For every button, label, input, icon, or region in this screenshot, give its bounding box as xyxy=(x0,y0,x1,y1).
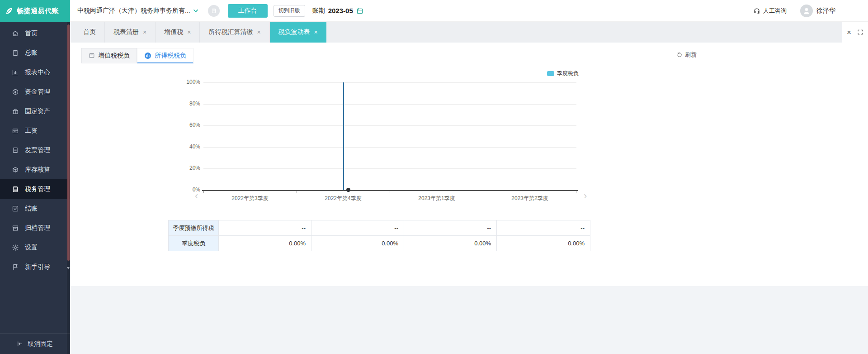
legend-swatch xyxy=(547,71,554,76)
gridline xyxy=(203,168,576,169)
chart-plot: 2022年第3季度 2022年第4季度 2023年第1季度 2023年第2季度 xyxy=(203,82,576,190)
subtab-label: 增值税税负 xyxy=(98,52,130,60)
sidebar-item-label: 新手引导 xyxy=(25,263,50,271)
tab-close-icon[interactable]: × xyxy=(143,29,146,35)
sidebar-item-salary[interactable]: 工资 xyxy=(0,121,70,140)
quarter-data-table: 季度预缴所得税 -- -- -- -- 季度税负 0.00% 0.00% 0.0… xyxy=(168,220,590,251)
tabbar-corner: × xyxy=(842,22,868,43)
sidebar-item-closing[interactable]: 结账 xyxy=(0,199,70,218)
tab-income-tax-settlement[interactable]: 所得税汇算清缴 × xyxy=(200,22,269,43)
sidebar-item-reports[interactable]: 报表中心 xyxy=(0,62,70,82)
sidebar-item-label: 总账 xyxy=(25,49,38,57)
x-axis-tick xyxy=(576,191,576,193)
fixed-assets-icon xyxy=(12,108,19,115)
period-label: 账期 xyxy=(312,7,325,15)
y-tick-label: 40% xyxy=(181,144,200,150)
table-cell: -- xyxy=(497,220,590,236)
sidebar-item-label: 税务管理 xyxy=(25,185,50,193)
table-cell: 0.00% xyxy=(404,236,497,251)
sidebar-item-invoice[interactable]: 发票管理 xyxy=(0,140,70,160)
x-category-label: 2022年第4季度 xyxy=(297,195,390,202)
sidebar-item-label: 固定资产 xyxy=(25,107,50,115)
company-selector[interactable]: 中税网通广泽（天津）税务师事务所有... xyxy=(77,7,190,15)
unpin-button[interactable]: 取消固定 xyxy=(0,333,70,354)
y-tick-label: 60% xyxy=(181,122,200,128)
sidebar-item-label: 工资 xyxy=(25,127,38,135)
workbench-button[interactable]: 工作台 xyxy=(228,4,268,18)
gridline xyxy=(203,82,576,83)
chart-legend[interactable]: 季度税负 xyxy=(547,70,579,77)
subtab-vat-burden[interactable]: 增值税税负 xyxy=(81,48,137,63)
sidebar-item-ledger[interactable]: 总账 xyxy=(0,43,70,62)
refresh-button[interactable]: 刷新 xyxy=(676,51,697,59)
tab-close-icon[interactable]: × xyxy=(187,29,191,35)
legend-label: 季度税负 xyxy=(557,70,579,77)
tab-close-icon[interactable]: × xyxy=(314,29,318,35)
ledger-icon xyxy=(12,49,19,57)
sidebar-item-inventory[interactable]: 库存核算 xyxy=(0,160,70,179)
sidebar-item-fixed-assets[interactable]: 固定资产 xyxy=(0,101,70,121)
x-axis-tick xyxy=(390,191,390,193)
settings-gear-icon xyxy=(12,244,19,251)
scrollbar-thumb[interactable] xyxy=(67,24,70,261)
subtab-row: 增值税税负 所得税税负 xyxy=(81,48,193,63)
tab-label: 税负波动表 xyxy=(278,28,310,36)
table-cell: 0.00% xyxy=(311,236,404,251)
sidebar-item-guide[interactable]: 新手引导 xyxy=(0,257,70,277)
salary-icon xyxy=(12,127,19,134)
tab-tax-register[interactable]: 税表清册 × xyxy=(105,22,156,43)
sidebar-item-home[interactable]: 首页 xyxy=(0,24,70,43)
income-tax-chart-icon xyxy=(144,52,151,59)
refresh-icon xyxy=(676,52,683,58)
tab-home[interactable]: 首页 xyxy=(75,22,105,43)
y-tick-label: 80% xyxy=(181,100,200,107)
tab-bar: 首页 税表清册 × 增值税 × 所得税汇算清缴 × 税负波动表 × × xyxy=(70,22,868,43)
sidebar-item-archive[interactable]: 归档管理 xyxy=(0,218,70,238)
calendar-icon[interactable] xyxy=(356,7,363,14)
gridline xyxy=(203,125,576,126)
sidebar-item-label: 归档管理 xyxy=(25,224,50,232)
y-tick-label: 20% xyxy=(181,165,200,171)
sidebar-item-label: 资金管理 xyxy=(25,88,50,96)
x-category-label: 2022年第3季度 xyxy=(203,195,297,202)
home-icon xyxy=(12,30,19,37)
unpin-label: 取消固定 xyxy=(28,340,53,348)
unpin-icon xyxy=(16,340,23,347)
chart-scroll-right-icon[interactable]: › xyxy=(584,191,587,201)
fullscreen-icon[interactable] xyxy=(857,29,863,35)
axis-marker-dot[interactable] xyxy=(346,188,350,192)
sidebar-menu: 首页 总账 报表中心 资金管理 固定资产 工资 xyxy=(0,22,70,277)
close-all-tabs-icon[interactable]: × xyxy=(847,29,851,36)
brand-logo[interactable]: 畅捷通易代账 xyxy=(0,0,70,22)
y-tick-label: 100% xyxy=(181,79,200,85)
tab-close-icon[interactable]: × xyxy=(257,29,260,35)
app-root: 畅捷通易代账 首页 总账 报表中心 资金管理 固定资产 xyxy=(0,0,868,354)
subtab-income-tax-burden[interactable]: 所得税税负 xyxy=(137,48,193,63)
sidebar-item-label: 发票管理 xyxy=(25,146,50,154)
scrollbar-down-arrow-icon[interactable] xyxy=(67,267,70,269)
subtab-label: 所得税税负 xyxy=(155,52,186,60)
period-value[interactable]: 2023-05 xyxy=(328,7,353,14)
sidebar-item-funds[interactable]: 资金管理 xyxy=(0,82,70,101)
sidebar-scrollbar[interactable] xyxy=(67,22,70,354)
sidebar-item-label: 库存核算 xyxy=(25,166,50,174)
sidebar-item-settings[interactable]: 设置 xyxy=(0,238,70,257)
accounting-period: 账期 2023-05 xyxy=(312,7,363,15)
tab-vat[interactable]: 增值税 × xyxy=(156,22,200,43)
chart-scroll-left-icon[interactable]: ‹ xyxy=(195,191,198,201)
company-dropdown-chevron-icon[interactable] xyxy=(193,8,199,14)
switch-old-version-button[interactable]: 切到旧版 xyxy=(274,5,305,17)
gridline xyxy=(203,104,576,105)
sidebar-item-tax[interactable]: 税务管理 xyxy=(0,179,70,199)
sidebar-item-label: 设置 xyxy=(25,244,38,252)
username[interactable]: 徐泽华 xyxy=(816,7,835,15)
tab-tax-fluctuation[interactable]: 税负波动表 × xyxy=(270,22,326,43)
support-button[interactable]: 人工咨询 xyxy=(753,7,787,15)
avatar[interactable] xyxy=(800,5,813,17)
main-panel: 增值税税负 所得税税负 刷新 季度税负 100% 80% 60% 40% 20%… xyxy=(70,43,868,286)
workbench-badge[interactable] xyxy=(208,5,220,17)
table-row-label: 季度预缴所得税 xyxy=(169,220,219,236)
table-cell: 0.00% xyxy=(497,236,590,251)
sidebar-item-label: 结账 xyxy=(25,205,38,213)
document-badge-icon xyxy=(211,8,217,14)
